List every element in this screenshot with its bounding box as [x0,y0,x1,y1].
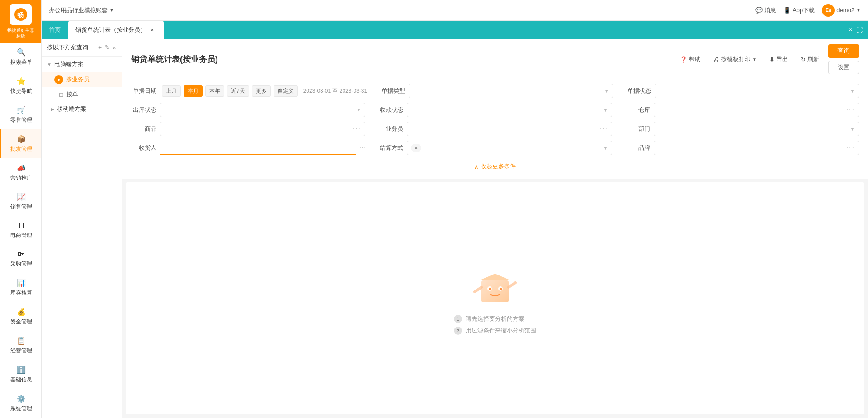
right-panel: 销货单统计表(按业务员) ❓ 帮助 🖨 按模板打印 ▼ ⬇ [122,39,868,418]
operations-icon: 📋 [17,337,26,345]
doc-type-label: 单据类型 [380,87,405,95]
goods-label: 商品 [131,125,156,133]
scheme-item-by-salesperson[interactable]: ● 按业务员 [42,72,122,87]
chevron-right-icon: ▶ [51,107,54,112]
this-year-btn[interactable]: 本年 [205,86,224,97]
empty-tips: 1 请先选择要分析的方案 2 用过滤条件来缩小分析范围 [454,315,536,335]
scheme-group-desktop: ▼ 电脑端方案 ● 按业务员 ⊞ 按单 [42,57,122,102]
sidebar-item-label: 库存核算 [10,289,32,297]
refresh-icon: ↻ [801,56,806,63]
sales-stat-tab-label: 销货单统计表（按业务员） [75,26,146,34]
sidebar-item-retail[interactable]: 🛒 零售管理 [0,100,41,129]
doc-status-label: 单据状态 [626,87,651,95]
collapse-panel-btn[interactable]: « [113,44,116,51]
custom-btn[interactable]: 自定义 [274,86,298,97]
refresh-label: 刷新 [807,55,819,63]
top-header: 办公用品行业模拟账套 ▼ 💬 消息 📱 App下载 Ea demo2 ▼ [42,0,868,21]
refresh-btn[interactable]: ↻ 刷新 [797,53,823,65]
doc-type-select[interactable]: ▼ [409,84,613,98]
sidebar: 畅 畅捷通好生意 标版 🔍 搜索菜单 ⭐ 快捷导航 🛒 零售管理 📦 批发管理 … [0,0,42,418]
sidebar-item-purchase[interactable]: 🛍 采购管理 [0,245,41,273]
sidebar-item-inventory[interactable]: 📊 库存核算 [0,273,41,302]
doc-type-arrow: ▼ [604,88,609,94]
message-label: 消息 [764,6,776,14]
sidebar-item-search[interactable]: 🔍 搜索菜单 [0,43,41,71]
message-btn[interactable]: 💬 消息 [755,6,776,14]
edit-scheme-btn[interactable]: ✎ [104,44,110,51]
logo-text: 畅捷通好生意 标版 [3,27,38,39]
consignee-input[interactable] [160,141,356,155]
app-download-btn[interactable]: 📱 App下载 [783,6,815,14]
sidebar-item-label: 搜索菜单 [10,58,32,66]
brand-select[interactable]: ··· [654,141,859,155]
table-area: 1 请先选择要分析的方案 2 用过滤条件来缩小分析范围 [126,182,864,414]
sidebar-item-system[interactable]: ⚙️ 系统管理 [0,389,41,418]
tab-close-all-btn[interactable]: × [849,26,853,34]
salesperson-select[interactable]: ··· [407,122,612,136]
tip-num-2: 2 [454,327,462,335]
date-quick-btns: 上月 本月 本年 近7天 更多 自定义 [162,86,298,97]
sidebar-item-label: 零售管理 [10,116,32,124]
settlement-col: 结算方式 × ▼ [378,141,612,155]
tab-home[interactable]: 首页 [42,21,68,39]
user-menu[interactable]: Ea demo2 ▼ [822,4,861,17]
warehouse-select[interactable]: ··· [654,103,859,117]
this-month-btn[interactable]: 本月 [184,86,203,97]
user-chevron-icon: ▼ [856,8,861,13]
date-range-text: 2023-03-01 至 2023-03-31 [303,87,367,95]
tab-close-btn[interactable]: × [149,26,156,33]
tab-bar: 首页 销货单统计表（按业务员） × × ⛶ [42,21,868,39]
out-status-select[interactable]: ▼ [160,103,365,117]
sidebar-item-basic[interactable]: ℹ️ 基础信息 [0,360,41,389]
account-dropdown[interactable]: 办公用品行业模拟账套 ▼ [49,6,114,14]
sidebar-item-sales[interactable]: 📈 销售管理 [0,187,41,216]
filter-area: 单据日期 上月 本月 本年 近7天 更多 自定义 2023-03-01 至 20… [122,78,868,179]
warehouse-dots: ··· [846,106,855,114]
main-area: 办公用品行业模拟账套 ▼ 💬 消息 📱 App下载 Ea demo2 ▼ [42,0,868,418]
settlement-arrow: ▼ [603,145,608,151]
more-btn[interactable]: 更多 [252,86,271,97]
sidebar-item-finance[interactable]: 💰 资金管理 [0,302,41,331]
scheme-group-mobile-header[interactable]: ▶ 移动端方案 [42,102,122,116]
sidebar-item-quick-nav[interactable]: ⭐ 快捷导航 [0,71,41,100]
logo-area[interactable]: 畅 畅捷通好生意 标版 [0,0,41,43]
settlement-select[interactable]: × ▼ [407,141,612,155]
sales-icon: 📈 [17,193,26,201]
receipt-status-select[interactable]: ▼ [407,103,612,117]
query-button[interactable]: 查询 [828,44,859,58]
print-icon: 🖨 [713,56,719,63]
scheme-group-desktop-header[interactable]: ▼ 电脑端方案 [42,57,122,72]
doc-status-select[interactable]: ▼ [655,84,859,98]
sidebar-item-operations[interactable]: 📋 经营管理 [0,331,41,360]
template-print-btn[interactable]: 🖨 按模板打印 ▼ [710,53,760,65]
consignee-dots[interactable]: ··· [359,144,365,152]
salesperson-dots: ··· [599,125,608,133]
sidebar-item-marketing[interactable]: 📣 营销推广 [0,158,41,187]
tab-expand-btn[interactable]: ⛶ [856,26,863,33]
tab-sales-stat[interactable]: 销货单统计表（按业务员） × [68,21,164,39]
dept-arrow: ▼ [850,126,855,132]
scheme-item-by-order[interactable]: ⊞ 按单 [42,87,122,102]
goods-col: 商品 ··· [131,122,365,136]
settlement-clear-icon: × [415,145,418,151]
page-title: 销货单统计表(按业务员) [131,54,218,65]
empty-state: 1 请先选择要分析的方案 2 用过滤条件来缩小分析范围 [454,262,536,335]
page-header: 销货单统计表(按业务员) ❓ 帮助 🖨 按模板打印 ▼ ⬇ [122,39,868,78]
message-icon: 💬 [755,7,763,14]
help-btn[interactable]: ❓ 帮助 [676,53,704,65]
query-settings-group: 查询 设置 [828,44,859,74]
tip-num-1: 1 [454,315,462,323]
last-month-btn[interactable]: 上月 [162,86,181,97]
settlement-clear-tag[interactable]: × [411,144,421,152]
scheme-item-label: 按业务员 [66,76,90,84]
last7-btn[interactable]: 近7天 [227,86,249,97]
export-btn[interactable]: ⬇ 导出 [766,53,792,65]
sidebar-item-wholesale[interactable]: 📦 批发管理 [0,129,41,158]
left-panel: 按以下方案查询 + ✎ « ▼ 电脑端方案 ● 按业务员 [42,39,122,418]
settings-button[interactable]: 设置 [828,61,859,74]
goods-select[interactable]: ··· [160,122,365,136]
dept-select[interactable]: ▼ [654,122,859,136]
sidebar-item-ecommerce[interactable]: 🖥 电商管理 [0,216,41,245]
collapse-filter-btn[interactable]: ∧ 收起更多条件 [131,160,859,173]
add-scheme-btn[interactable]: + [98,44,102,51]
